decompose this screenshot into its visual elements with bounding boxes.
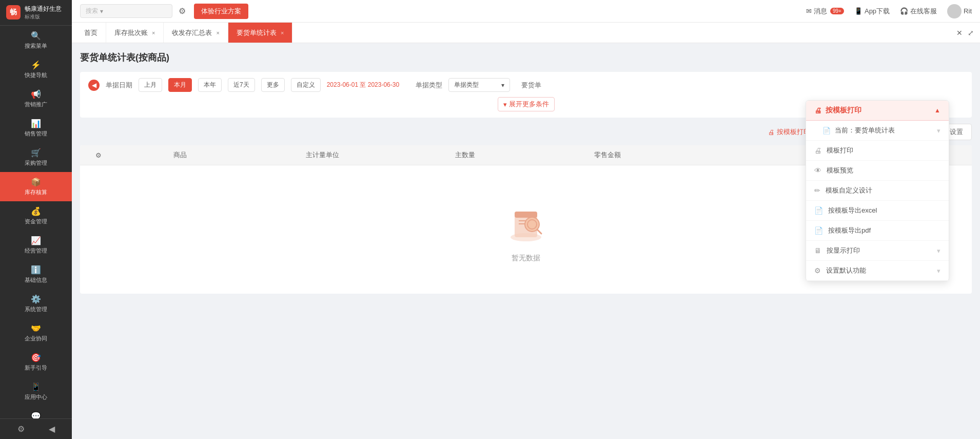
sidebar-item-label: 应用中心 [25, 393, 47, 401]
tab-inventory-batch-label: 库存批次账 [114, 28, 148, 37]
svg-rect-2 [515, 212, 537, 218]
logo-icon: 畅 [6, 5, 21, 20]
col-settings[interactable]: ⚙ [88, 151, 109, 159]
sidebar-item-wechat[interactable]: 💬 企业微信 [0, 406, 72, 418]
topbar-search-box[interactable]: 搜索 ▾ [80, 4, 172, 18]
current-icon: 📄 [822, 127, 831, 135]
wechat-icon: 💬 [31, 411, 41, 418]
sidebar-item-marketing[interactable]: 📢 营销推广 [0, 84, 72, 113]
dropdown-item-template-preview[interactable]: 👁 模板预览 [806, 161, 949, 181]
trial-button[interactable]: 体验行业方案 [194, 4, 248, 19]
current-label: 当前：要货单统计表 [835, 126, 895, 135]
doc-type-value: 单据类型 [454, 81, 479, 89]
tab-collection-summary-close[interactable]: × [216, 30, 219, 36]
dropdown-item-export-pdf[interactable]: 📄 按模板导出pdf [806, 221, 949, 241]
expand-button[interactable]: ▾ 展开更多条件 [498, 97, 555, 111]
dropdown-item-template-custom[interactable]: ✏ 模板自定义设计 [806, 181, 949, 201]
tab-home[interactable]: 首页 [76, 23, 106, 43]
sidebar-item-purchase[interactable]: 🛒 采购管理 [0, 143, 72, 172]
dropdown-print-icon: 🖨 [814, 106, 821, 114]
tabs-bar: 首页 库存批次账 × 收发存汇总表 × 要货单统计表 × ✕ ⤢ [72, 23, 980, 43]
tab-order-stats[interactable]: 要货单统计表 × [228, 23, 292, 43]
template-preview-label: 模板预览 [827, 166, 940, 175]
export-pdf-icon: 📄 [814, 226, 823, 235]
doc-type-select[interactable]: 单据类型 ▾ [448, 78, 510, 92]
date-btn-last-month[interactable]: 上月 [139, 78, 162, 92]
export-pdf-label: 按模板导出pdf [828, 226, 940, 235]
online-service-icon: 🎧 [900, 7, 908, 15]
col-product: 商品 [109, 150, 251, 160]
tab-order-stats-close[interactable]: × [281, 30, 284, 36]
footer-collapse-icon[interactable]: ◀ [49, 424, 55, 434]
date-btn-custom[interactable]: 自定义 [291, 78, 321, 92]
sidebar-item-quick-nav[interactable]: ⚡ 快捷导航 [0, 55, 72, 84]
dropdown-item-export-excel[interactable]: 📄 按模板导出excel [806, 201, 949, 221]
online-service-button[interactable]: 🎧 在线客服 [900, 7, 937, 16]
sidebar-item-label: 采购管理 [25, 159, 47, 167]
sidebar-item-label: 新手引导 [25, 364, 47, 372]
sidebar-item-operations[interactable]: 📈 经营管理 [0, 231, 72, 260]
sidebar-item-search[interactable]: 🔍 搜索菜单 [0, 26, 72, 55]
sidebar-nav: ⚡ 快捷导航 📢 营销推广 📊 销售管理 🛒 采购管理 📦 库存核算 💰 资金管… [0, 55, 72, 418]
window-close-icon[interactable]: ✕ [956, 29, 963, 37]
set-default-icon: ⚙ [814, 266, 821, 275]
template-print-icon: 🖨 [814, 146, 821, 155]
footer-settings-icon[interactable]: ⚙ [17, 424, 25, 434]
user-avatar[interactable]: Rit [947, 4, 972, 18]
sidebar-item-basic-info[interactable]: ℹ️ 基础信息 [0, 260, 72, 289]
date-btn-7days[interactable]: 近7天 [228, 78, 255, 92]
export-excel-icon: 📄 [814, 206, 823, 215]
collapse-button[interactable]: ◀ [88, 80, 100, 91]
doc-type-chevron: ▾ [501, 82, 504, 89]
sidebar-item-cooperation[interactable]: 🤝 企业协同 [0, 318, 72, 348]
app-download-label: App下载 [865, 7, 890, 16]
topbar-search-text: 搜索 [86, 7, 98, 15]
col-quantity: 主数量 [394, 150, 536, 160]
operations-icon: 📈 [31, 236, 41, 245]
sales-icon: 📊 [31, 119, 41, 128]
search-chevron-icon: ▾ [100, 8, 103, 15]
window-maximize-icon[interactable]: ⤢ [968, 29, 974, 37]
sidebar-item-apps[interactable]: 📱 应用中心 [0, 377, 72, 406]
dropdown-title: 按模板打印 [826, 106, 861, 115]
tab-inventory-batch-close[interactable]: × [152, 30, 155, 36]
app-download-button[interactable]: 📱 App下载 [854, 7, 890, 16]
sidebar-item-label: 资金管理 [25, 218, 47, 225]
topbar-gear-icon[interactable]: ⚙ [179, 6, 186, 16]
tab-spacer [292, 23, 950, 43]
sidebar-item-label: 快捷导航 [25, 71, 47, 79]
tab-window-controls: ✕ ⤢ [950, 23, 980, 43]
sidebar-item-sales[interactable]: 📊 销售管理 [0, 113, 72, 143]
tab-collection-summary[interactable]: 收发存汇总表 × [164, 23, 228, 43]
tab-inventory-batch[interactable]: 库存批次账 × [106, 23, 164, 43]
message-badge: 99+ [830, 8, 844, 14]
dropdown-current-template[interactable]: 📄 当前：要货单统计表 ▾ [806, 121, 949, 141]
dropdown-header[interactable]: 🖨 按模板打印 ▲ [806, 101, 949, 121]
sidebar-logo: 畅 畅康通好生意 标准版 [0, 0, 72, 26]
purchase-icon: 🛒 [31, 148, 41, 158]
date-btn-this-year[interactable]: 本年 [198, 78, 222, 92]
sidebar-item-system[interactable]: ⚙️ 系统管理 [0, 289, 72, 318]
message-button[interactable]: ✉ 消息 99+ [806, 7, 844, 16]
sidebar-item-finance[interactable]: 💰 资金管理 [0, 201, 72, 231]
template-preview-icon: 👁 [814, 166, 821, 175]
col-unit: 主计量单位 [251, 150, 394, 160]
dropdown-item-set-default[interactable]: ⚙ 设置默认功能 ▾ [806, 261, 949, 281]
dropdown-chevron-icon[interactable]: ▲ [934, 107, 940, 114]
marketing-icon: 📢 [31, 89, 41, 99]
guide-icon: 🎯 [31, 353, 41, 362]
empty-icon [500, 196, 552, 247]
print-dropdown: 🖨 按模板打印 ▲ 📄 当前：要货单统计表 ▾ 🖨 模板打印 👁 模板预览 ✏ … [806, 100, 949, 281]
dropdown-item-display-print[interactable]: 🖥 按显示打印 ▾ [806, 241, 949, 261]
date-range: 2023-06-01 至 2023-06-30 [327, 81, 399, 89]
current-arrow: ▾ [937, 127, 940, 135]
date-btn-this-month[interactable]: 本月 [168, 78, 192, 92]
date-btn-more[interactable]: 更多 [261, 78, 285, 92]
search-icon: 🔍 [31, 31, 41, 41]
sidebar-item-label: 经营管理 [25, 247, 47, 255]
sidebar-item-inventory[interactable]: 📦 库存核算 [0, 172, 72, 201]
tab-collection-summary-label: 收发存汇总表 [172, 28, 212, 37]
dropdown-item-template-print[interactable]: 🖨 模板打印 [806, 141, 949, 161]
sidebar-item-guide[interactable]: 🎯 新手引导 [0, 348, 72, 377]
expand-label: 展开更多条件 [509, 100, 549, 109]
